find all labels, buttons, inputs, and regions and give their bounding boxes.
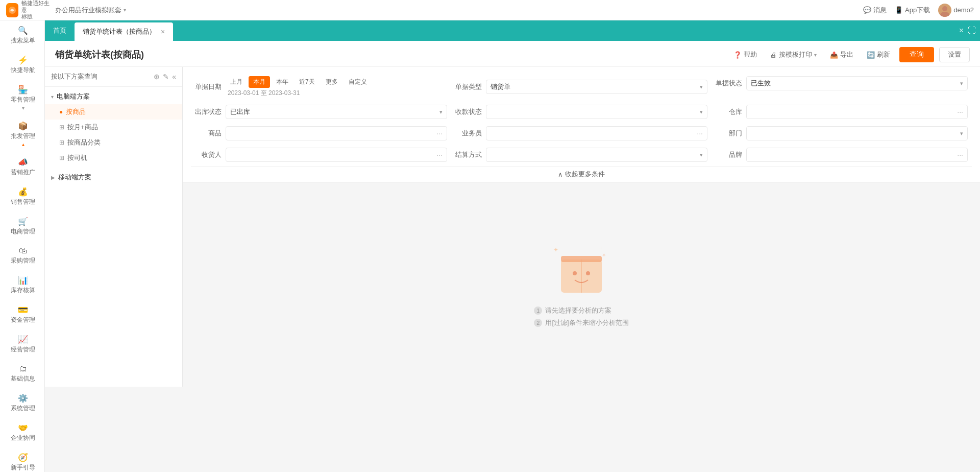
sidebar-item-marketing[interactable]: 📣 营销推广: [0, 152, 44, 182]
sidebar-item-inventory[interactable]: 📊 库存核算: [0, 270, 44, 300]
sidebar-item-system[interactable]: ⚙️ 系统管理: [0, 388, 44, 418]
filter-wh-status-label: 出库状态: [195, 107, 222, 116]
tab-minimize-button[interactable]: ×: [959, 26, 964, 35]
settings-button[interactable]: 设置: [939, 47, 970, 62]
user-avatar[interactable]: demo2: [938, 4, 974, 17]
home-tab-label: 首页: [53, 26, 66, 35]
scheme-item-icon-product: ●: [59, 108, 63, 115]
filter-salesman-input[interactable]: ···: [486, 126, 707, 140]
scheme-item-by-product[interactable]: ● 按商品: [45, 104, 182, 120]
filter-receiver-cell: 收货人 ···: [191, 145, 451, 165]
sidebar-item-basic[interactable]: 🗂 基础信息: [0, 359, 44, 388]
print-arrow-icon: ▾: [814, 52, 817, 58]
sidebar-item-guide[interactable]: 🧭 新手引导: [0, 447, 44, 472]
sidebar-enterprise-label: 企业协同: [11, 434, 35, 442]
empty-illustration: ✦ ✧ ⊹: [548, 242, 615, 298]
filter-status-arrow-icon: ▾: [960, 80, 963, 87]
sidebar-retail-label: 零售管理: [11, 96, 35, 104]
scheme-group-mobile-header[interactable]: ▶ 移动端方案: [45, 170, 182, 185]
scheme-group-mobile: ▶ 移动端方案: [45, 168, 182, 187]
filter-receiver-input[interactable]: ···: [226, 148, 447, 162]
scheme-item-by-category[interactable]: ⊞ 按商品分类: [45, 135, 182, 150]
wholesale-icon: 📦: [18, 121, 28, 131]
guide-icon: 🧭: [18, 453, 28, 462]
scheme-item-label-cashier: 按司机: [67, 153, 87, 162]
svg-text:✧: ✧: [602, 252, 606, 258]
help-button[interactable]: ❓ 帮助: [729, 48, 761, 61]
sidebar-item-search[interactable]: 🔍 搜索菜单: [0, 20, 44, 50]
active-tab-label: 销货单统计表（按商品）: [83, 27, 156, 36]
tab-bar: 首页 销货单统计表（按商品） × × ⛶: [45, 20, 980, 41]
refresh-button[interactable]: 🔄 刷新: [863, 48, 894, 61]
print-button[interactable]: 🖨 按模板打印 ▾: [766, 48, 821, 61]
system-icon: ⚙️: [18, 393, 28, 403]
scheme-item-by-cashier[interactable]: ⊞ 按司机: [45, 150, 182, 166]
filter-payment-input[interactable]: ▾: [486, 148, 707, 162]
date-btn-custom[interactable]: 自定义: [344, 76, 372, 88]
date-btn-last-month[interactable]: 上月: [226, 76, 247, 88]
filter-type-arrow-icon: ▾: [700, 84, 703, 90]
scheme-group-desktop-label: 电脑端方案: [57, 92, 90, 101]
app-download-button[interactable]: 📱 App下载: [895, 6, 930, 15]
filter-salesman-dots-icon: ···: [697, 129, 703, 137]
filter-pay-status-input[interactable]: ▾: [486, 105, 707, 119]
retail-icon: 🏪: [18, 85, 28, 95]
filter-product-input[interactable]: ···: [226, 126, 447, 140]
tab-maximize-button[interactable]: ⛶: [968, 26, 976, 35]
scheme-item-label-category: 按商品分类: [67, 138, 101, 147]
username-label: demo2: [953, 6, 974, 14]
sidebar-item-sales[interactable]: 💰 销售管理: [0, 182, 44, 211]
tab-active[interactable]: 销货单统计表（按商品） ×: [75, 22, 173, 41]
empty-tip-1: 1 请先选择要分析的方案: [534, 306, 628, 315]
filter-wh-input[interactable]: ···: [746, 105, 968, 119]
query-button[interactable]: 查询: [899, 47, 934, 62]
tab-home[interactable]: 首页: [45, 20, 75, 41]
filter-brand-input[interactable]: ···: [746, 148, 968, 162]
filter-status-input[interactable]: 已生效 ▾: [746, 76, 968, 90]
date-btn-more[interactable]: 更多: [321, 76, 342, 88]
message-label: 消息: [873, 6, 887, 15]
sidebar-item-ecommerce[interactable]: 🛒 电商管理: [0, 211, 44, 241]
scheme-group-desktop: ▾ 电脑端方案 ● 按商品 ⊞ 按月+商品 ⊞: [45, 87, 182, 168]
scheme-group-desktop-header[interactable]: ▾ 电脑端方案: [45, 89, 182, 104]
filter-dept-cell: 部门 ▾: [712, 123, 972, 144]
filter-status-label: 单据状态: [716, 79, 742, 88]
operations-icon: 📈: [18, 335, 28, 344]
tab-bar-right: × ⛶: [959, 20, 980, 41]
logo-area: 畅捷通好生意 标版: [6, 0, 51, 20]
filter-dept-input[interactable]: ▾: [746, 126, 968, 140]
filter-type-input[interactable]: 销货单 ▾: [486, 80, 707, 94]
date-btn-7days[interactable]: 近7天: [295, 76, 320, 88]
sidebar-item-wholesale[interactable]: 📦 批发管理 ▴: [0, 116, 44, 152]
tip-num-2: 2: [534, 319, 542, 327]
top-nav: 畅捷通好生意 标版 办公用品行业模拟账套 ▾ 💬 消息 📱 App下载 demo…: [0, 0, 980, 20]
sidebar-search-label: 搜索菜单: [11, 36, 35, 45]
date-btn-this-month[interactable]: 本月: [249, 76, 270, 88]
filter-wh-status-input[interactable]: 已出库 ▾: [226, 105, 447, 119]
scheme-collapse-button[interactable]: «: [172, 73, 176, 81]
message-button[interactable]: 💬 消息: [863, 6, 887, 15]
tip-text-1: 请先选择要分析的方案: [545, 306, 611, 315]
svg-point-1: [942, 6, 947, 11]
scheme-group-mobile-label: 移动端方案: [58, 173, 91, 182]
scheme-add-button[interactable]: ⊕: [154, 73, 160, 81]
industry-select[interactable]: 办公用品行业模拟账套 ▾: [55, 6, 126, 15]
filter-wh-arrow-icon: ▾: [439, 109, 443, 115]
sidebar-item-nav[interactable]: ⚡ 快捷导航: [0, 50, 44, 80]
sidebar-item-finance[interactable]: 💳 资金管理: [0, 300, 44, 329]
scheme-item-by-month-product[interactable]: ⊞ 按月+商品: [45, 120, 182, 135]
message-icon: 💬: [863, 6, 871, 14]
tab-close-button[interactable]: ×: [161, 28, 165, 36]
page-action-bar: ❓ 帮助 🖨 按模板打印 ▾ 📤 导出 🔄 刷新: [729, 47, 970, 62]
filter-status-cell: 单据状态 已生效 ▾: [712, 73, 972, 93]
sidebar-item-retail[interactable]: 🏪 零售管理 ▾: [0, 80, 44, 116]
collapse-filter-button[interactable]: ∧ 收起更多条件: [191, 166, 972, 182]
export-button[interactable]: 📤 导出: [826, 48, 857, 61]
sidebar-item-purchase[interactable]: 🛍 采购管理: [0, 241, 44, 270]
scheme-edit-button[interactable]: ✎: [163, 73, 169, 81]
sidebar-item-operations[interactable]: 📈 经营管理: [0, 329, 44, 359]
date-btn-this-year[interactable]: 本年: [272, 76, 293, 88]
wholesale-arrow-icon: ▴: [22, 141, 24, 147]
print-label: 按模板打印: [779, 50, 812, 59]
sidebar-item-enterprise[interactable]: 🤝 企业协同: [0, 418, 44, 447]
